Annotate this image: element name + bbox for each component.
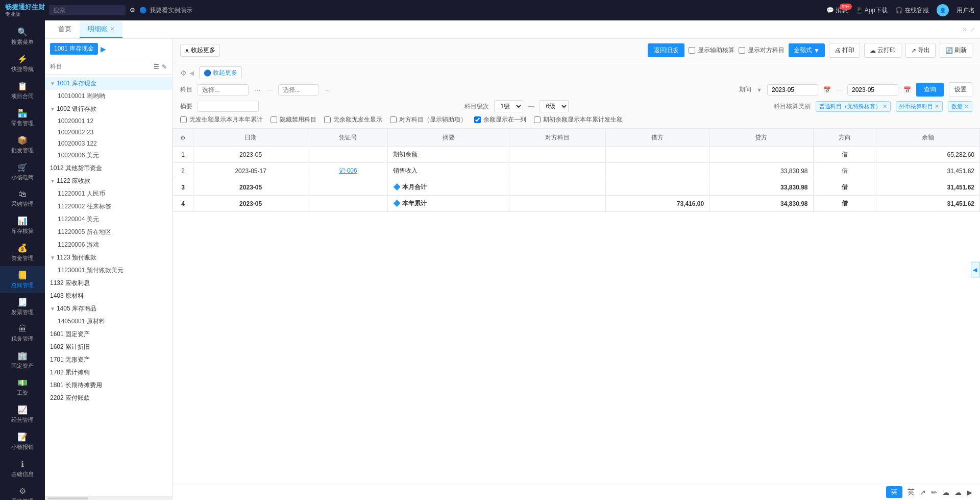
sidebar-item-search[interactable]: 🔍 搜索菜单: [0, 23, 45, 50]
check-hide-disabled-input[interactable]: [271, 116, 277, 123]
check-contra[interactable]: 对方科目（显示辅助项）: [390, 115, 467, 124]
check-balance-one-col[interactable]: 余额显示在一列: [474, 115, 526, 124]
print-btn[interactable]: 🖨 打印: [829, 43, 860, 58]
table-settings-icon[interactable]: ⚙: [180, 134, 186, 141]
amount-format-btn[interactable]: 金额式 ▼: [789, 43, 825, 57]
voucher-link-2[interactable]: 记-006: [339, 167, 357, 174]
filter-tag-normal[interactable]: 普通科目（无特殊核算） ✕: [816, 101, 891, 112]
tree-item-1001[interactable]: ▼ 1001 库存现金: [45, 77, 172, 90]
check-hide-disabled[interactable]: 隐藏禁用科目: [271, 115, 316, 124]
filter-tag-quantity-close-icon[interactable]: ✕: [964, 103, 969, 110]
tree-item-11220005[interactable]: 11220005 所在地区: [45, 226, 172, 239]
tree-item-10020006[interactable]: 10020006 美元: [45, 149, 172, 162]
check-opening-ytd[interactable]: 期初余额显示本年累计发生额: [534, 115, 623, 124]
tab-expand-btn[interactable]: ⤢: [970, 26, 975, 33]
sidebar-item-ledger[interactable]: 📒 总账管理: [0, 266, 45, 293]
tree-item-1601[interactable]: 1601 固定资产: [45, 328, 172, 341]
cell-voucher-2[interactable]: 记-006: [308, 163, 388, 179]
check-contra-input[interactable]: [390, 116, 397, 123]
period-dropdown-icon[interactable]: ▼: [756, 87, 762, 93]
filter-settings-icon[interactable]: ⚙: [180, 69, 187, 77]
tree-item-10010001[interactable]: 10010001 哟哟哟: [45, 90, 172, 103]
cloud-print-btn[interactable]: ☁ 云打印: [864, 43, 901, 58]
show-aux-check-label[interactable]: 显示辅助核算: [689, 46, 734, 55]
bottom-icon-1[interactable]: 英: [908, 488, 915, 497]
sidebar-item-purchase[interactable]: 🛍 采购管理: [0, 185, 45, 212]
period-start-calendar-icon[interactable]: 📅: [823, 86, 831, 93]
filter-tag-foreign-close-icon[interactable]: ✕: [935, 103, 939, 110]
filter-tag-quantity[interactable]: 数量 ✕: [948, 101, 972, 112]
period-start-input[interactable]: [767, 84, 818, 96]
sidebar-item-salary[interactable]: 💵 工资: [0, 374, 45, 401]
tree-item-1602[interactable]: 1602 累计折旧: [45, 341, 172, 353]
tree-item-14050001[interactable]: 14050001 原材料: [45, 315, 172, 328]
subject-list-icon[interactable]: ☰: [154, 63, 159, 70]
sidebar-item-invoice[interactable]: 🧾 发票管理: [0, 293, 45, 320]
check-no-balance-input[interactable]: [324, 116, 331, 123]
check-no-amount-input[interactable]: [180, 116, 187, 123]
filter-tag-normal-close-icon[interactable]: ✕: [883, 103, 887, 110]
bottom-icon-3[interactable]: ✏: [931, 488, 937, 496]
scheme-btn[interactable]: 🔵 收起更多: [199, 66, 242, 79]
subject-end-ellipsis-btn[interactable]: ···: [324, 86, 332, 94]
col-settings[interactable]: ⚙: [173, 129, 193, 147]
tab-close-icon[interactable]: ✕: [110, 26, 114, 32]
tree-item-10020002[interactable]: 10020002 23: [45, 127, 172, 138]
sidebar-item-quicknav[interactable]: ⚡ 快捷导航: [0, 50, 45, 77]
current-account-btn[interactable]: 1001 库存现金: [50, 43, 98, 55]
tree-item-1801[interactable]: 1801 长期待摊费用: [45, 379, 172, 392]
summary-input[interactable]: [198, 101, 259, 112]
tree-item-2202[interactable]: 2202 应付账款: [45, 392, 172, 404]
user-avatar[interactable]: 👤: [937, 4, 949, 16]
tree-item-10020003[interactable]: 10020003 122: [45, 138, 172, 149]
tree-item-10020001[interactable]: 10020001 12: [45, 115, 172, 127]
sidebar-item-finance[interactable]: 💰 资金管理: [0, 239, 45, 266]
bottom-icon-2[interactable]: ↗: [920, 488, 926, 496]
tree-item-11220001[interactable]: 11220001 人民币: [45, 187, 172, 200]
check-opening-ytd-input[interactable]: [534, 116, 541, 123]
check-balance-one-col-input[interactable]: [474, 116, 481, 123]
check-no-balance[interactable]: 无余额无发生显示: [324, 115, 382, 124]
tree-item-1122[interactable]: ▼ 1122 应收款: [45, 175, 172, 187]
subject-filter-input[interactable]: [198, 84, 249, 96]
return-old-btn[interactable]: 返回旧版: [648, 43, 684, 57]
tree-item-11220006[interactable]: 11220006 游戏: [45, 239, 172, 251]
check-no-amount[interactable]: 无发生额显示本月本年累计: [180, 115, 263, 124]
sidebar-item-system[interactable]: ⚙ 系统管理: [0, 482, 45, 500]
tree-item-11230001[interactable]: 11230001 预付账款美元: [45, 264, 172, 277]
sidebar-item-wholesale[interactable]: 📦 批发管理: [0, 131, 45, 158]
tree-item-1132[interactable]: 1132 应收利息: [45, 277, 172, 290]
period-end-input[interactable]: [847, 84, 898, 96]
tree-item-1702[interactable]: 1702 累计摊销: [45, 366, 172, 379]
period-end-calendar-icon[interactable]: 📅: [903, 86, 911, 93]
sidebar-item-assets[interactable]: 🏢 固定资产: [0, 347, 45, 374]
export-btn[interactable]: ↗ 导出: [905, 43, 936, 58]
show-contra-checkbox[interactable]: [739, 47, 745, 54]
tab-home[interactable]: 首页: [50, 21, 80, 38]
sidebar-item-retail[interactable]: 🏪 零售管理: [0, 104, 45, 131]
bottom-icon-6[interactable]: ▶: [967, 488, 972, 496]
collapse-more-btn[interactable]: ∧ 收起更多: [180, 44, 220, 57]
side-expand-tab[interactable]: ◀: [971, 261, 980, 277]
tab-close-window-btn[interactable]: ✕: [962, 26, 967, 33]
app-download-btn[interactable]: 📱 App下载: [855, 6, 888, 15]
sidebar-item-tax[interactable]: 🏛 税务管理: [0, 320, 45, 347]
tree-item-11220004[interactable]: 11220004 美元: [45, 213, 172, 226]
settings-btn[interactable]: ⚙: [130, 7, 135, 14]
filter-collapse-arrow-icon[interactable]: ◀: [189, 69, 194, 77]
level-start-select[interactable]: 1级2级3级: [494, 100, 523, 112]
sidebar-item-expense[interactable]: 📝 小畅报销: [0, 428, 45, 455]
subject-edit-icon[interactable]: ✎: [162, 63, 167, 70]
tree-item-1123[interactable]: ▼ 1123 预付账款: [45, 251, 172, 264]
online-service-btn[interactable]: 🎧 在线客服: [895, 6, 929, 15]
refresh-btn[interactable]: 🔄 刷新: [940, 43, 972, 58]
sidebar-item-ecommerce[interactable]: 🛒 小畅电商: [0, 158, 45, 185]
top-search-input[interactable]: [49, 5, 126, 15]
show-contra-check-label[interactable]: 显示对方科目: [739, 46, 785, 55]
filter-tag-foreign[interactable]: 外币核算科目 ✕: [896, 101, 943, 112]
level-end-select[interactable]: 6级5级4级: [540, 100, 569, 112]
sidebar-item-project[interactable]: 📋 项目合同: [0, 77, 45, 104]
horizontal-scrollbar[interactable]: [45, 496, 172, 500]
show-aux-checkbox[interactable]: [689, 47, 695, 54]
tree-item-1012[interactable]: 1012 其他货币资金: [45, 162, 172, 175]
